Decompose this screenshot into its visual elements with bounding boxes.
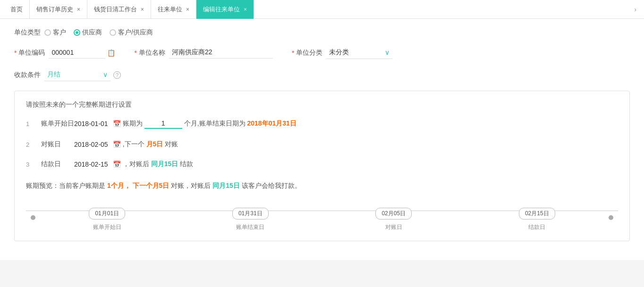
unit-info-row: * 单位编码 📋 * 单位名称 * 单位分类 未分类 ∨ [14, 46, 630, 59]
period-row-3-num: 3 [26, 161, 35, 168]
period-row-3-label: 结款日 [41, 160, 74, 169]
radio-both-circle [110, 29, 116, 36]
payment-row: 收款条件 月结 ∨ ? [14, 68, 630, 81]
page-content: 单位类型 客户 供应商 客户/供应商 * 单位编码 [0, 19, 644, 260]
timeline-start-dot [31, 215, 35, 220]
period-unit-text: 个月,账单结束日期为 [184, 119, 246, 128]
payment-terms-select[interactable]: 月结 ∨ [44, 68, 110, 81]
period-row-3-post: 结款 [180, 160, 193, 169]
help-icon[interactable]: ? [113, 71, 121, 79]
unit-code-group: * 单位编码 📋 [14, 47, 115, 59]
period-row-2: 2 对账日 2018-02-05 📅 ,下一个 月5日 对账 [26, 140, 618, 149]
period-row-1-num: 1 [26, 120, 35, 127]
unit-type-row: 单位类型 客户 供应商 客户/供应商 [14, 28, 630, 37]
unit-code-star: * [14, 49, 17, 57]
radio-supplier[interactable]: 供应商 [74, 28, 102, 37]
preview-p3: 同月15日 [212, 182, 240, 189]
period-row-3-calendar-icon[interactable]: 📅 [113, 160, 121, 168]
close-tab-1-icon[interactable]: × [77, 6, 80, 13]
unit-code-calendar-icon[interactable]: 📋 [107, 49, 115, 57]
unit-category-group: * 单位分类 未分类 ∨ [292, 46, 392, 59]
unit-code-input[interactable] [49, 47, 105, 59]
unit-name-label: 单位名称 [139, 49, 165, 57]
payment-terms-dropdown-icon: ∨ [103, 71, 108, 78]
tab-edit-partner[interactable]: 编辑往来单位 × [196, 0, 254, 19]
tab-home[interactable]: 首页 [4, 0, 30, 19]
close-tab-4-icon[interactable]: × [244, 6, 247, 13]
period-row-3-pre: ，对账后 [123, 160, 149, 169]
unit-name-group: * 单位名称 [134, 47, 272, 59]
timeline-date-2: 01月31日 [232, 208, 269, 219]
period-row-2-pre: ,下一个 [123, 140, 144, 149]
unit-category-value: 未分类 [329, 48, 383, 57]
period-row-1-calendar-icon[interactable]: 📅 [113, 120, 121, 127]
unit-category-star: * [292, 49, 294, 57]
period-row-3: 3 结款日 2018-02-15 📅 ，对账后 同月15日 结款 [26, 160, 618, 169]
radio-customer[interactable]: 客户 [44, 28, 66, 37]
timeline-point-4: 02月15日 结款日 [466, 208, 609, 231]
preview-p2: 下一个月5日 [133, 182, 169, 189]
timeline-label-4: 结款日 [528, 223, 545, 231]
close-tab-2-icon[interactable]: × [141, 6, 144, 13]
unit-name-star: * [134, 49, 136, 57]
unit-type-group: 单位类型 客户 供应商 客户/供应商 [14, 28, 153, 37]
timeline: 01月01日 账单开始日 01月31日 账单结束日 02月05日 对账日 02月… [26, 203, 618, 231]
period-settings-box: 请按照未来的一个完整帐期进行设置 1 账单开始日 2018-01-01 📅 账期… [14, 91, 630, 241]
period-row-2-highlight: 月5日 [146, 140, 163, 149]
period-title: 请按照未来的一个完整帐期进行设置 [26, 101, 618, 109]
timeline-date-1: 01月01日 [89, 208, 125, 219]
timeline-label-1: 账单开始日 [93, 223, 121, 231]
payment-terms-value: 月结 [47, 70, 101, 79]
radio-both[interactable]: 客户/供应商 [110, 28, 153, 37]
payment-terms-label: 收款条件 [14, 71, 41, 79]
timeline-point-2: 01月31日 账单结束日 [179, 208, 322, 231]
timeline-label-2: 账单结束日 [236, 223, 264, 231]
preview-text: 账期预览：当前客户账期是 1个月， 下一个月5日 对账，对账后 同月15日 该客… [26, 180, 618, 192]
timeline-end-dot [609, 215, 613, 220]
payment-terms-group: 收款条件 月结 ∨ ? [14, 68, 121, 81]
period-row-3-highlight: 同月15日 [151, 160, 178, 169]
period-row-2-post: 对账 [165, 140, 178, 149]
unit-type-radio-group: 客户 供应商 客户/供应商 [44, 28, 153, 37]
period-row-2-num: 2 [26, 141, 35, 148]
tab-more-button[interactable]: › [630, 6, 640, 13]
period-end-date: 2018年01月31日 [247, 119, 297, 128]
unit-code-label: 单位编码 [18, 49, 45, 57]
tab-partner[interactable]: 往来单位 × [151, 0, 196, 19]
tab-sales-history[interactable]: 销售订单历史 × [30, 0, 87, 19]
period-row-2-calendar-icon[interactable]: 📅 [113, 141, 121, 148]
close-tab-3-icon[interactable]: × [186, 6, 189, 13]
timeline-date-4: 02月15日 [519, 208, 555, 219]
unit-category-dropdown-icon: ∨ [385, 49, 390, 56]
period-row-1-date: 2018-01-01 [74, 120, 108, 127]
unit-name-input[interactable] [169, 47, 273, 59]
radio-customer-circle [44, 29, 51, 36]
unit-type-label: 单位类型 [14, 28, 41, 37]
period-row-2-date: 2018-02-05 [74, 141, 108, 148]
period-row-1-period-text: 账期为 [123, 119, 143, 128]
unit-category-select[interactable]: 未分类 ∨ [326, 46, 392, 59]
period-row-1: 1 账单开始日 2018-01-01 📅 账期为 个月,账单结束日期为 2018… [26, 118, 618, 129]
timeline-date-3: 02月05日 [375, 208, 412, 219]
timeline-label-3: 对账日 [385, 223, 402, 231]
tab-daily-clear[interactable]: 钱货日清工作台 × [87, 0, 151, 19]
preview-p1: 1个月， [107, 182, 131, 189]
timeline-point-3: 02月05日 对账日 [322, 208, 466, 231]
period-row-3-date: 2018-02-15 [74, 160, 108, 168]
period-row-1-label: 账单开始日 [41, 119, 74, 128]
timeline-point-1: 01月01日 账单开始日 [35, 208, 179, 231]
tab-bar: 首页 销售订单历史 × 钱货日清工作台 × 往来单位 × 编辑往来单位 × › [0, 0, 644, 19]
radio-supplier-circle [74, 29, 80, 36]
period-value-input[interactable] [144, 118, 182, 129]
unit-category-label: 单位分类 [296, 49, 322, 57]
period-row-2-label: 对账日 [41, 140, 74, 149]
